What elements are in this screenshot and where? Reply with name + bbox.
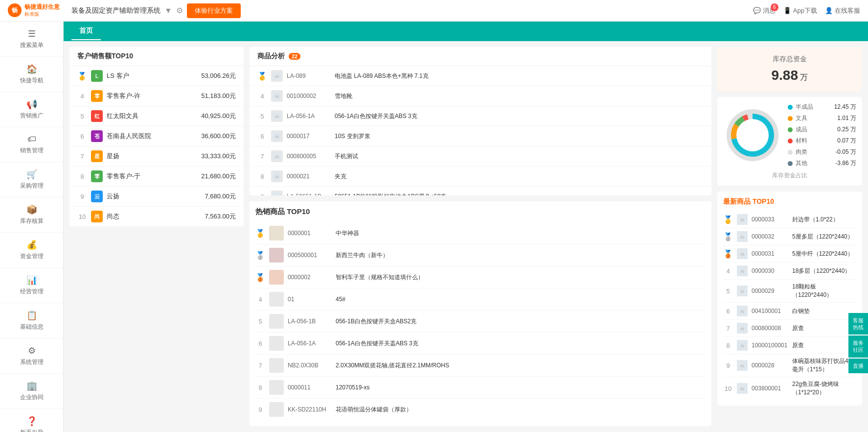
dropdown-icon[interactable]: ▼: [164, 6, 172, 15]
legend-item: 材料 0.07 万: [788, 137, 856, 145]
sidebar-item-quick-nav[interactable]: 🏠快捷导航: [0, 57, 63, 92]
product-row: 7 Ai 000800005 手机测试: [250, 146, 711, 167]
hot-product-name: 智利车子里（规格不知道填什么）: [336, 273, 706, 282]
new-products-list: 🥇 Ai 0000033 封边带（1.0*22） 🥈 Ai 0000032 5厘…: [723, 211, 856, 400]
sidebar-item-inventory[interactable]: 📦库存核算: [0, 197, 63, 233]
hot-product-code: NB2.0X30B: [288, 362, 332, 369]
new-product-name: 5厘多层（1220*2440）: [792, 233, 856, 241]
floating-btn[interactable]: 服务 社区: [848, 336, 868, 358]
product-code: LA-59651-1B: [287, 193, 331, 195]
sidebar-icon-search-menu: ☰: [28, 28, 36, 39]
medal-bronze-icon: 🥉: [723, 249, 733, 259]
product-code: LA-056-1A: [287, 113, 331, 120]
sidebar-label-search-menu: 搜索菜单: [20, 41, 44, 49]
hot-product-code: 01: [288, 296, 332, 303]
legend-value: 12.45 万: [834, 103, 856, 111]
customer-row: 9 云 云扬 7,680.00元: [69, 187, 244, 207]
sidebar-item-operations[interactable]: 📊经营管理: [0, 268, 63, 303]
product-img: Ai: [271, 90, 283, 102]
legend-item: 文具 1.01 万: [788, 114, 856, 122]
customer-amount: 7,563.00元: [205, 212, 236, 221]
rank-num: 5: [723, 288, 733, 295]
new-product-row: 10 Ai 003800001 22g鱼豆腐-烧烤味（1*12*20）: [723, 377, 856, 400]
medal-silver-icon: 🥈: [723, 232, 733, 241]
mobile-icon: 📱: [783, 7, 791, 14]
middle-column: 商品分析 22 🥇 Ai LA-089 电池盖 LA-089 ABS本色+黑种 …: [250, 41, 711, 432]
app-download-action[interactable]: 📱 App下载: [783, 6, 817, 15]
svg-text:Ai: Ai: [740, 217, 744, 222]
sidebar-icon-sales: 🏷: [27, 134, 36, 144]
customer-name: LS 客户: [107, 72, 197, 80]
left-column: 客户销售额TOP10 🥇 L LS 客户 53,006.26元 4 零 零售客户…: [64, 41, 250, 432]
rank-num: 8: [723, 342, 733, 349]
sidebar-item-finance[interactable]: 💰资金管理: [0, 233, 63, 268]
new-product-img: Ai: [737, 248, 748, 259]
rank-num: 6: [255, 340, 265, 347]
hot-products-list: 🥇 0000001 中华神器 🥈 000500001 新西兰牛肉（新牛） 🥉 0…: [255, 222, 706, 420]
new-product-img: Ai: [737, 231, 748, 242]
floating-btn[interactable]: 直播: [848, 359, 868, 373]
customer-ranking-panel: 客户销售额TOP10 🥇 L LS 客户 53,006.26元 4 零 零售客户…: [69, 47, 244, 226]
rank-num: 10: [723, 385, 733, 392]
sidebar-label-finance: 资金管理: [20, 252, 44, 261]
hot-product-img: [269, 248, 284, 263]
online-service-action[interactable]: 👤 在线客服: [825, 6, 860, 15]
new-product-name: 白钢垫: [792, 307, 856, 315]
new-product-row: 7 Ai 000800008 原查: [723, 320, 856, 337]
medal-gold-icon: 🥇: [723, 215, 733, 224]
hot-product-img: [269, 336, 284, 351]
new-product-row: 5 Ai 0000029 18颗粒板（1220*2440）: [723, 280, 856, 303]
product-ranking-badge: 22: [289, 53, 300, 60]
legend-name: 其他: [796, 159, 832, 168]
sidebar-item-basic-info[interactable]: 📋基础信息: [0, 303, 63, 338]
right-panel: 库存总资金 9.88 万 半成品 12.45 万 文具 1.01 万: [711, 41, 868, 432]
sidebar-label-system: 系统管理: [20, 358, 44, 366]
floating-buttons: 客服 热线服务 社区直播: [848, 313, 868, 373]
trial-button[interactable]: 体验行业方案: [187, 3, 241, 18]
rank-num: 5: [77, 113, 87, 120]
new-product-code: 003800001: [752, 385, 788, 392]
sidebar-item-system[interactable]: ⚙系统管理: [0, 338, 63, 374]
legend-name: 肉类: [796, 148, 832, 156]
sidebar-icon-purchase: 🛒: [26, 169, 37, 180]
legend-item: 其他 -3.86 万: [788, 159, 856, 168]
product-ranking-table: 🥇 Ai LA-089 电池盖 LA-089 ABS本色+黑种 7.1克 4 A…: [250, 66, 711, 195]
floating-btn[interactable]: 客服 热线: [848, 313, 868, 335]
logo-text-group: 畅捷通好生意 标准版: [24, 3, 60, 17]
new-product-code: 0000029: [752, 288, 788, 294]
logo-text: 畅捷通好生意: [24, 3, 60, 10]
settings-icon[interactable]: ⚙: [176, 6, 183, 15]
sidebar-item-search-menu[interactable]: ☰搜索菜单: [0, 22, 63, 57]
product-row: 5 Ai LA-056-1A 056-1A白色按键开关盖ABS 3克: [250, 106, 711, 126]
sidebar-icon-finance: 💰: [26, 240, 37, 250]
hot-product-code: LA-056-1B: [288, 318, 332, 325]
new-product-code: 0000028: [752, 362, 788, 369]
sidebar-item-purchase[interactable]: 🛒采购管理: [0, 162, 63, 197]
customer-row: 6 苍 苍南县人民医院 36,600.00元: [69, 126, 244, 146]
message-action[interactable]: 💬 消息 6: [753, 6, 776, 15]
svg-point-15: [736, 119, 769, 151]
hot-product-name: 12070519-xs: [336, 384, 706, 391]
rank-num: 8: [255, 384, 265, 391]
sidebar-label-purchase: 采购管理: [20, 182, 44, 190]
rank-num: 4: [257, 93, 267, 100]
nav-tab-home[interactable]: 首页: [71, 23, 101, 40]
new-product-name: 18多层（1220*2440）: [792, 267, 856, 275]
hot-product-code: 0000001: [288, 230, 332, 237]
product-name: 手机测试: [335, 152, 704, 161]
new-product-code: 0000030: [752, 267, 788, 274]
logo-icon: 畅: [8, 3, 22, 17]
sidebar-icon-basic-info: 📋: [26, 310, 37, 321]
sidebar-item-sales[interactable]: 🏷销售管理: [0, 127, 63, 162]
product-img: Ai: [271, 170, 283, 182]
sidebar-item-marketing[interactable]: 📢营销推广: [0, 92, 63, 127]
svg-text:Ai: Ai: [275, 154, 279, 159]
sidebar-item-enterprise[interactable]: 🏢企业协同: [0, 374, 63, 409]
customer-name: 红太阳文具: [107, 112, 197, 120]
product-code: LA-089: [287, 72, 331, 79]
hot-product-row: 🥉 0000002 智利车子里（规格不知道填什么）: [255, 266, 706, 288]
new-product-row: 🥉 Ai 0000031 5厘中纤（1220*2440）: [723, 245, 856, 263]
sidebar-item-guide[interactable]: ❓新手引导: [0, 409, 63, 432]
rank-num: 4: [77, 93, 87, 100]
medal-gold-icon: 🥇: [255, 229, 265, 238]
